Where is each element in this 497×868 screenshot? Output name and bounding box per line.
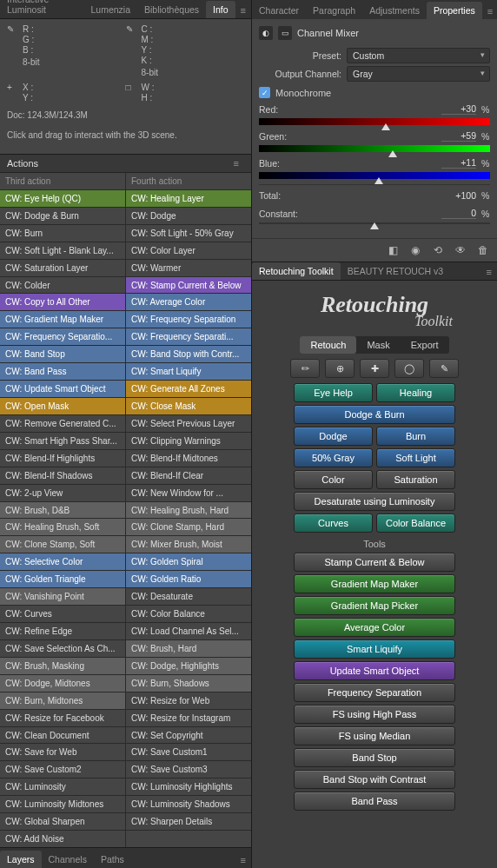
action-item[interactable]: CW: Resize for Web	[126, 692, 251, 709]
action-item[interactable]: CW: Golden Spiral	[126, 553, 251, 570]
action-item[interactable]: CW: Dodge	[126, 208, 251, 224]
toolkit-button[interactable]: Eye Help	[294, 383, 373, 402]
action-item[interactable]: CW: Average Color	[126, 294, 251, 310]
action-item[interactable]: CW: Smart High Pass Shar...	[0, 433, 125, 449]
mode-export[interactable]: Export	[401, 336, 449, 354]
toolkit-button[interactable]: Saturation	[376, 470, 455, 489]
action-item[interactable]: CW: Save Custom2	[0, 761, 125, 778]
action-item[interactable]: Third action	[0, 173, 125, 189]
mixer-icon[interactable]: ✎	[429, 359, 459, 378]
properties-menu-icon[interactable]: ≡	[482, 3, 497, 19]
action-item[interactable]: CW: Warmer	[126, 260, 251, 276]
action-item[interactable]: CW: New Window for ...	[126, 485, 251, 501]
toolkit-tool-button[interactable]: Smart Liquify	[294, 639, 455, 659]
action-item[interactable]: CW: Golden Ratio	[126, 571, 251, 587]
action-item[interactable]: CW: Blend-If Midtones	[126, 450, 251, 467]
action-item[interactable]: CW: Copy to All Other	[0, 294, 125, 310]
tab-paragraph[interactable]: Paragraph	[306, 2, 362, 19]
action-item[interactable]: CW: Resize for Instagram	[126, 710, 251, 726]
constant-value[interactable]: 0	[441, 208, 476, 219]
action-item[interactable]: CW: Color Layer	[126, 242, 251, 259]
action-item[interactable]: CW: Generate All Zones	[126, 381, 251, 397]
action-item[interactable]: CW: Soft Light - 50% Gray	[126, 225, 251, 242]
action-item[interactable]: CW: Gradient Map Maker	[0, 311, 125, 328]
action-item[interactable]: CW: Eye Help (QC)	[0, 190, 125, 207]
action-item[interactable]: CW: Luminosity Highlights	[126, 779, 251, 795]
action-item[interactable]: CW: Update Smart Object	[0, 381, 125, 397]
action-item[interactable]: CW: Dodge & Burn	[0, 208, 125, 224]
action-item[interactable]: CW: Brush, D&B	[0, 502, 125, 519]
tab-beauty-retouch[interactable]: BEAUTY RETOUCH v3	[341, 262, 450, 280]
previous-state-icon[interactable]: ◉	[408, 244, 422, 256]
action-item[interactable]: CW: Frequency Separatio...	[0, 328, 125, 345]
tab-interactive-luminosity[interactable]: Interactive Luminosit	[0, 0, 83, 18]
action-item[interactable]: CW: Set Copyright	[126, 727, 251, 744]
toolkit-tool-button[interactable]: Gradient Map Picker	[294, 596, 455, 615]
tab-libraries[interactable]: Bibliothèques	[137, 1, 206, 18]
action-item[interactable]: CW: Brush, Hard	[126, 640, 251, 657]
action-item[interactable]: CW: Clone Stamp, Hard	[126, 519, 251, 535]
action-item[interactable]: CW: Dodge, Highlights	[126, 658, 251, 674]
panel-menu-icon[interactable]: ≡	[235, 3, 251, 18]
action-item[interactable]: CW: Burn, Midtones	[0, 692, 125, 709]
action-item[interactable]: CW: Luminosity Midtones	[0, 796, 125, 812]
toolkit-menu-icon[interactable]: ≡	[481, 264, 497, 280]
action-item[interactable]: CW: Golden Triangle	[0, 571, 125, 587]
action-item[interactable]: CW: Stamp Current & Below	[126, 277, 251, 294]
action-item[interactable]: CW: Blend-If Clear	[126, 467, 251, 484]
toolkit-tool-button[interactable]: Band Stop with Contrast	[294, 770, 455, 789]
action-item[interactable]: CW: 2-up View	[0, 485, 125, 501]
toolkit-button[interactable]: Dodge & Burn	[294, 405, 455, 424]
toolkit-tool-button[interactable]: Frequency Separation	[294, 683, 455, 702]
heal-icon[interactable]: ✚	[360, 359, 389, 378]
reset-icon[interactable]: ⟲	[431, 244, 445, 256]
clip-icon[interactable]: ◧	[386, 244, 400, 256]
action-item[interactable]: CW: Luminosity	[0, 779, 125, 795]
mode-mask[interactable]: Mask	[356, 336, 400, 354]
toolkit-tool-button[interactable]: Average Color	[294, 618, 455, 637]
action-item[interactable]: CW: Save Selection As Ch...	[0, 640, 125, 657]
action-item[interactable]: CW: Frequency Separation	[126, 311, 251, 328]
tab-adjustments[interactable]: Adjustments	[362, 2, 427, 19]
action-item[interactable]: CW: Band Stop	[0, 346, 125, 362]
toolkit-tool-button[interactable]: FS using High Pass	[294, 705, 455, 724]
action-item[interactable]: CW: Healing Brush, Soft	[0, 519, 125, 535]
action-item[interactable]: CW: Open Mask	[0, 398, 125, 414]
action-item[interactable]: CW: Desaturate	[126, 588, 251, 605]
brush-icon[interactable]: ✏	[290, 359, 320, 378]
toolkit-button[interactable]: Burn	[376, 427, 455, 446]
constant-slider[interactable]	[259, 222, 490, 224]
action-item[interactable]: CW: Dodge, Midtones	[0, 675, 125, 692]
toolkit-button[interactable]: Dodge	[294, 427, 373, 446]
slider-red[interactable]	[259, 118, 490, 125]
mode-retouch[interactable]: Retouch	[300, 336, 356, 354]
preset-select[interactable]: Custom	[347, 48, 490, 63]
slider-value[interactable]: +59	[441, 130, 476, 142]
action-item[interactable]: CW: Saturation Layer	[0, 260, 125, 276]
action-item[interactable]: Fourth action	[126, 173, 251, 189]
action-item[interactable]: CW: Vanishing Point	[0, 588, 125, 605]
toolkit-tool-button[interactable]: Gradient Map Maker	[294, 574, 455, 593]
toolkit-button[interactable]: Soft Light	[376, 448, 455, 467]
toolkit-tool-button[interactable]: Band Pass	[294, 792, 455, 811]
monochrome-checkbox[interactable]: ✓	[259, 87, 270, 98]
action-item[interactable]: CW: Load Channel As Sel...	[126, 623, 251, 639]
action-item[interactable]	[126, 831, 251, 847]
action-item[interactable]: CW: Global Sharpen	[0, 813, 125, 830]
tab-retouching-toolkit[interactable]: Retouching Toolkit	[252, 262, 341, 280]
visibility-icon[interactable]: 👁	[454, 244, 467, 256]
toolkit-button[interactable]: Color Balance	[376, 514, 455, 533]
action-item[interactable]: CW: Soft Light - Blank Lay...	[0, 242, 125, 259]
slider-green[interactable]	[259, 145, 490, 152]
actions-menu-icon[interactable]: ≡	[229, 156, 244, 171]
output-channel-select[interactable]: Gray	[347, 66, 490, 82]
action-item[interactable]: CW: Brush, Masking	[0, 658, 125, 674]
patch-icon[interactable]: ◯	[394, 359, 424, 378]
action-item[interactable]: CW: Clean Document	[0, 727, 125, 744]
action-item[interactable]: CW: Color Balance	[126, 606, 251, 622]
action-item[interactable]: CW: Blend-If Highlights	[0, 450, 125, 467]
action-item[interactable]: CW: Sharpen Details	[126, 813, 251, 830]
tab-layers[interactable]: Layers	[0, 851, 42, 868]
tab-channels[interactable]: Channels	[42, 851, 94, 868]
toolkit-button[interactable]: Color	[294, 470, 373, 489]
